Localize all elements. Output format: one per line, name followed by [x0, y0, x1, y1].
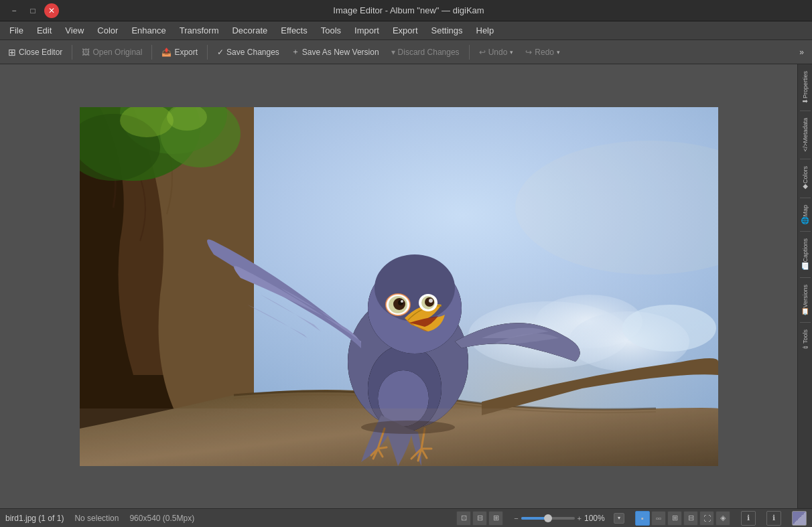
- svg-point-5: [622, 305, 716, 352]
- sidebar-item-map[interactable]: 🌐 Map: [799, 201, 812, 229]
- fit-to-window-button[interactable]: ⊡: [456, 511, 471, 526]
- dual-view-button[interactable]: ▫▫: [651, 511, 666, 526]
- right-sidebar: ⬆ Properties </> Metadata ◆ Colors 🌐 Map…: [797, 64, 812, 508]
- open-original-button[interactable]: 🖼 Open Original: [76, 45, 147, 60]
- sidebar-separator-4: [800, 231, 811, 232]
- open-original-icon: 🖼: [82, 48, 90, 57]
- svg-point-25: [401, 300, 403, 303]
- undo-button[interactable]: ↩ Undo ▾: [474, 45, 519, 60]
- sidebar-separator-6: [800, 322, 811, 323]
- zoom-mode-group: ⊡ ⊟ ⊞: [456, 511, 503, 526]
- sidebar-item-tools[interactable]: ✏ Tools: [799, 325, 812, 355]
- info-button-2[interactable]: ℹ: [766, 511, 781, 526]
- color-preview: [792, 511, 807, 526]
- fit-width-button[interactable]: ⊟: [472, 511, 487, 526]
- menu-transform[interactable]: Transform: [173, 23, 226, 38]
- menu-edit[interactable]: Edit: [30, 23, 58, 38]
- status-selection: No selection: [74, 514, 119, 523]
- export-icon: 📤: [161, 48, 172, 57]
- sidebar-item-colors[interactable]: ◆ Colors: [799, 162, 812, 195]
- zoom-slider-container: − +: [514, 514, 582, 522]
- preview-button[interactable]: ◈: [716, 511, 730, 526]
- toolbar-separator-2: [151, 45, 152, 60]
- export-button[interactable]: 📤 Export: [156, 45, 203, 60]
- zoom-percent: 100%: [584, 514, 611, 523]
- status-dimensions: 960x540 (0.5Mpx): [129, 514, 194, 523]
- zoom-out-icon[interactable]: −: [514, 514, 518, 522]
- save-changes-button[interactable]: ✓ Save Changes: [212, 45, 285, 60]
- menu-bar: File Edit View Color Enhance Transform D…: [0, 21, 812, 40]
- info-button-1[interactable]: ℹ: [741, 511, 756, 526]
- sidebar-separator-3: [800, 198, 811, 198]
- sidebar-separator-5: [800, 277, 811, 278]
- fullscreen-button[interactable]: ⛶: [699, 511, 714, 526]
- save-new-version-icon: ＋: [291, 46, 299, 58]
- status-bar: bird1.jpg (1 of 1) No selection 960x540 …: [0, 508, 812, 527]
- svg-point-30: [429, 299, 433, 303]
- menu-import[interactable]: Import: [348, 23, 386, 38]
- menu-file[interactable]: File: [3, 23, 30, 38]
- title-bar: − □ ✕ Image Editor - Album "new" — digiK…: [0, 0, 812, 21]
- menu-view[interactable]: View: [58, 23, 90, 38]
- close-editor-button[interactable]: ⊞ Close Editor: [3, 44, 68, 60]
- toolbar-separator-3: [207, 45, 208, 60]
- toolbar-separator-1: [72, 45, 72, 60]
- close-button[interactable]: ✕: [44, 3, 59, 18]
- close-editor-icon: ⊞: [8, 47, 16, 58]
- discard-changes-button[interactable]: ▾ Discard Changes: [386, 45, 465, 60]
- zoom-slider[interactable]: [521, 517, 575, 520]
- toolbar-more-button[interactable]: »: [794, 45, 809, 60]
- save-changes-icon: ✓: [217, 48, 224, 57]
- filmstrip-button[interactable]: ⊟: [683, 511, 698, 526]
- toolbar-separator-4: [469, 45, 470, 60]
- menu-effects[interactable]: Effects: [274, 23, 314, 38]
- discard-icon: ▾: [391, 48, 395, 57]
- menu-enhance[interactable]: Enhance: [125, 23, 172, 38]
- status-filename: bird1.jpg (1 of 1): [5, 514, 64, 523]
- zoom-in-icon[interactable]: +: [578, 514, 582, 522]
- menu-tools[interactable]: Tools: [314, 23, 348, 38]
- sidebar-separator-1: [800, 110, 811, 111]
- undo-icon: ↩: [479, 48, 486, 57]
- toolbar: ⊞ Close Editor 🖼 Open Original 📤 Export …: [0, 40, 812, 64]
- window-title: Image Editor - Album "new" — digiKam: [59, 5, 758, 15]
- zoom-controls: − + 100% ▾: [514, 513, 624, 524]
- menu-export[interactable]: Export: [386, 23, 425, 38]
- image-svg: [80, 107, 718, 466]
- sidebar-item-properties[interactable]: ⬆ Properties: [799, 67, 812, 108]
- maximize-button[interactable]: □: [25, 3, 40, 18]
- menu-decorate[interactable]: Decorate: [225, 23, 274, 38]
- zoom-slider-thumb: [544, 514, 552, 522]
- main-content: ⬆ Properties </> Metadata ◆ Colors 🌐 Map…: [0, 64, 812, 508]
- fit-height-button[interactable]: ⊞: [488, 511, 503, 526]
- main-image: [80, 107, 718, 466]
- sidebar-item-captions[interactable]: 📄 Captions: [799, 234, 812, 275]
- save-as-new-version-button[interactable]: ＋ Save As New Version: [286, 44, 385, 60]
- sidebar-separator-2: [800, 159, 811, 159]
- menu-help[interactable]: Help: [470, 23, 501, 38]
- multi-view-button[interactable]: ⊞: [667, 511, 682, 526]
- svg-rect-32: [80, 408, 718, 466]
- zoom-dropdown-button[interactable]: ▾: [614, 513, 624, 524]
- sidebar-item-versions[interactable]: 📋 Versions: [799, 281, 812, 320]
- sidebar-item-metadata[interactable]: </> Metadata: [799, 114, 812, 156]
- view-mode-group: ▪ ▫▫ ⊞ ⊟ ⛶ ◈: [635, 511, 730, 526]
- menu-color[interactable]: Color: [90, 23, 125, 38]
- image-container: [80, 107, 718, 466]
- canvas-area: [0, 64, 797, 508]
- menu-settings[interactable]: Settings: [425, 23, 470, 38]
- redo-button[interactable]: ↪ Redo ▾: [520, 45, 565, 60]
- minimize-button[interactable]: −: [7, 3, 21, 18]
- single-view-button[interactable]: ▪: [635, 511, 650, 526]
- redo-icon: ↪: [525, 48, 532, 57]
